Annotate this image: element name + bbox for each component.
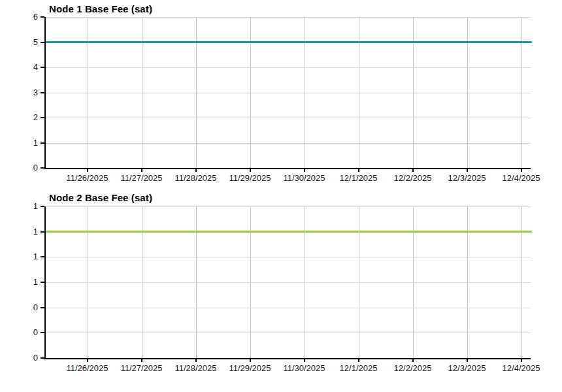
plot-area: 111100011/26/202511/27/202511/28/202511/…: [44, 206, 531, 359]
x-tick-mark: [467, 168, 468, 172]
gridline-h: [46, 333, 531, 333]
x-tick-mark: [467, 358, 468, 362]
x-tick-label: 11/30/2025: [277, 172, 332, 184]
gridline-v: [413, 17, 414, 168]
y-tick-label: 3: [0, 87, 38, 99]
gridline-h: [46, 282, 531, 283]
series-line: [46, 231, 532, 233]
gridline-h: [46, 67, 531, 68]
x-tick-mark: [141, 358, 142, 362]
x-tick-mark: [195, 168, 197, 172]
y-tick-label: 1: [0, 201, 38, 212]
gridline-v: [142, 17, 142, 168]
y-tick-mark: [41, 282, 44, 283]
y-tick-mark: [41, 206, 44, 207]
x-tick-label: 11/29/2025: [223, 363, 278, 374]
gridline-v: [196, 206, 197, 358]
y-tick-mark: [41, 231, 44, 233]
y-tick-mark: [41, 307, 44, 308]
gridline-v: [250, 206, 251, 358]
y-tick-label: 0: [0, 302, 38, 314]
gridline-v: [413, 206, 414, 358]
y-tick-label: 2: [0, 112, 38, 123]
x-tick-label: 12/4/2025: [494, 363, 549, 374]
x-tick-label: 12/3/2025: [440, 363, 495, 374]
gridline-v: [467, 17, 468, 168]
gridline-h: [46, 257, 531, 257]
gridline-h: [46, 308, 531, 308]
y-tick-label: 0: [0, 352, 38, 364]
x-tick-label: 12/2/2025: [386, 363, 440, 374]
x-tick-mark: [358, 358, 359, 362]
gridline-v: [521, 17, 522, 168]
x-tick-mark: [87, 358, 88, 362]
y-tick-mark: [41, 357, 44, 359]
x-tick-label: 11/30/2025: [277, 363, 332, 374]
x-tick-label: 11/26/2025: [60, 172, 115, 184]
gridline-v: [250, 17, 251, 168]
x-tick-label: 11/27/2025: [114, 172, 169, 184]
y-tick-label: 5: [0, 37, 38, 48]
x-tick-mark: [304, 358, 305, 362]
chart-title: Node 1 Base Fee (sat): [49, 3, 152, 14]
gridline-h: [46, 232, 531, 233]
x-tick-label: 11/27/2025: [114, 363, 169, 374]
x-tick-mark: [412, 168, 414, 172]
chart-node-1-base-fee: Node 1 Base Fee (sat) 654321011/26/20251…: [0, 0, 562, 392]
x-tick-label: 11/26/2025: [60, 363, 115, 374]
y-tick-label: 1: [0, 276, 38, 288]
gridline-h: [46, 143, 531, 144]
x-tick-mark: [521, 168, 522, 172]
gridline-h: [46, 93, 531, 93]
gridline-v: [521, 206, 522, 358]
x-tick-label: 11/29/2025: [223, 172, 278, 184]
x-tick-mark: [87, 168, 88, 172]
gridline-v: [88, 206, 88, 358]
x-tick-label: 12/3/2025: [440, 172, 495, 184]
x-tick-label: 12/1/2025: [331, 172, 386, 184]
chart-title: Node 2 Base Fee (sat): [49, 192, 152, 203]
y-tick-mark: [41, 332, 44, 333]
gridline-v: [142, 206, 142, 358]
gridline-h: [46, 118, 531, 118]
gridline-v: [359, 17, 359, 168]
gridline-v: [196, 17, 197, 168]
y-tick-mark: [41, 42, 44, 43]
gridline-v: [305, 17, 305, 168]
y-tick-label: 4: [0, 61, 38, 73]
gridline-v: [467, 206, 468, 358]
y-tick-mark: [41, 16, 44, 18]
plot-area: 654321011/26/202511/27/202511/28/202511/…: [44, 17, 531, 169]
x-tick-mark: [304, 168, 305, 172]
x-tick-mark: [412, 358, 414, 362]
x-tick-mark: [250, 168, 251, 172]
y-tick-mark: [41, 117, 44, 118]
gridline-v: [88, 17, 88, 168]
y-tick-label: 0: [0, 327, 38, 338]
gridline-h: [46, 42, 531, 43]
gridline-v: [359, 206, 359, 358]
x-tick-mark: [358, 168, 359, 172]
x-tick-label: 12/2/2025: [386, 172, 440, 184]
y-tick-mark: [41, 142, 44, 144]
x-tick-mark: [521, 358, 522, 362]
y-tick-label: 0: [0, 162, 38, 174]
x-tick-mark: [195, 358, 197, 362]
y-tick-mark: [41, 167, 44, 169]
chart-node-2-base-fee: Node 2 Base Fee (sat) 111100011/26/20251…: [0, 0, 562, 392]
x-tick-mark: [250, 358, 251, 362]
gridline-h: [46, 206, 531, 207]
x-tick-label: 11/28/2025: [169, 363, 223, 374]
y-tick-label: 1: [0, 251, 38, 263]
series-line: [46, 41, 532, 43]
y-tick-mark: [41, 256, 44, 257]
gridline-v: [305, 206, 305, 358]
x-tick-label: 12/1/2025: [331, 363, 386, 374]
x-tick-mark: [141, 168, 142, 172]
x-tick-label: 11/28/2025: [169, 172, 223, 184]
x-tick-label: 12/4/2025: [494, 172, 549, 184]
y-tick-mark: [41, 92, 44, 93]
gridline-h: [46, 17, 531, 18]
y-tick-label: 1: [0, 226, 38, 238]
y-tick-label: 6: [0, 11, 38, 23]
